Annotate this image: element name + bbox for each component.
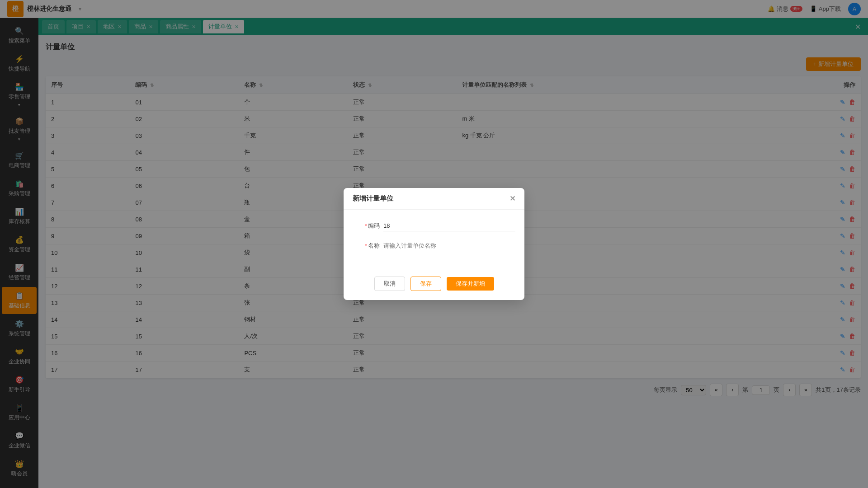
- form-row-name: 名称: [353, 240, 515, 251]
- modal-body: 编码 名称: [344, 210, 524, 271]
- modal-title: 新增计量单位: [353, 194, 393, 203]
- modal-header: 新增计量单位 ✕: [344, 188, 524, 210]
- name-label: 名称: [353, 242, 380, 250]
- name-input[interactable]: [383, 240, 515, 251]
- code-input[interactable]: [383, 221, 515, 231]
- form-row-code: 编码: [353, 221, 515, 231]
- modal-footer: 取消 保存 保存并新增: [344, 271, 524, 300]
- modal: 新增计量单位 ✕ 编码 名称 取消 保存 保存并新增: [344, 188, 524, 300]
- modal-close-btn[interactable]: ✕: [509, 194, 515, 203]
- save-new-button[interactable]: 保存并新增: [447, 277, 494, 291]
- save-button[interactable]: 保存: [410, 277, 441, 291]
- cancel-button[interactable]: 取消: [374, 277, 405, 291]
- modal-overlay[interactable]: 新增计量单位 ✕ 编码 名称 取消 保存 保存并新增: [0, 0, 868, 488]
- code-label: 编码: [353, 222, 380, 230]
